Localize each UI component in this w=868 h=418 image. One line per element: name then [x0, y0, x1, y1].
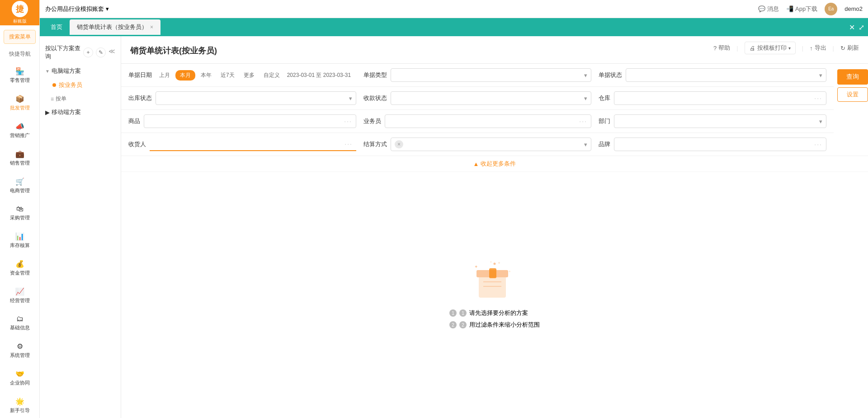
- tab-bar-actions: ✕ ⤢: [849, 23, 864, 32]
- goods-label: 商品: [128, 117, 140, 125]
- sidebar-item-basic-label: 基础信息: [10, 324, 30, 331]
- filter-out-status-item: 出库状态 ▾: [128, 91, 356, 105]
- inventory-icon: 📊: [15, 232, 24, 241]
- doc-type-select[interactable]: ▾: [391, 68, 591, 82]
- out-status-label: 出库状态: [128, 94, 152, 102]
- export-button[interactable]: ↑ 导出: [810, 44, 826, 52]
- tab-close-button[interactable]: ×: [150, 24, 153, 30]
- tab-sales-stat-label: 销货单统计表（按业务员）: [77, 23, 147, 31]
- sidebar-item-enterprise[interactable]: 🤝 企业协同: [0, 364, 39, 392]
- mobile-group-header[interactable]: ▶ 移动端方案: [45, 108, 115, 116]
- brand-select[interactable]: ···: [614, 138, 826, 151]
- mobile-group-arrow: ▶: [45, 109, 50, 116]
- date-tab-more[interactable]: 更多: [240, 70, 258, 81]
- collapse-panel-button[interactable]: ≪: [108, 48, 115, 57]
- date-tab-7days[interactable]: 近7天: [217, 70, 238, 81]
- staff-select[interactable]: ···: [385, 114, 591, 128]
- date-tabs: 上月 本月 本年 近7天 更多 自定义: [156, 70, 283, 81]
- maximize-icon[interactable]: ⤢: [859, 23, 864, 32]
- sidebar-item-inventory-label: 库存核算: [10, 242, 30, 249]
- empty-illustration: ✦ ✦: [472, 259, 517, 300]
- sidebar-item-purchase-label: 采购管理: [10, 214, 30, 221]
- sidebar-item-retail-label: 零售管理: [10, 77, 30, 84]
- topbar-title-dropdown[interactable]: 办公用品行业模拟账套 ▾: [45, 5, 109, 13]
- sidebar-item-ecommerce[interactable]: 🛒 电商管理: [0, 172, 39, 200]
- tree-sub-by-order-header[interactable]: ≡ 按单: [40, 92, 121, 105]
- message-button[interactable]: 💬 消息: [758, 5, 779, 13]
- consignee-input[interactable]: ···: [150, 138, 356, 151]
- left-panel: 按以下方案查询 + ✎ ≪ ▼ 电脑端方案 按业务员 ≡ 按单: [40, 36, 121, 418]
- sidebar-item-marketing[interactable]: 📣 营销推广: [0, 117, 39, 144]
- date-tab-custom[interactable]: 自定义: [260, 70, 283, 81]
- sidebar-item-system-label: 系统管理: [10, 352, 30, 359]
- sidebar-item-sales[interactable]: 💼 销售管理: [0, 144, 39, 172]
- filter-buttons: 查询 设置: [834, 64, 868, 156]
- quick-nav-button[interactable]: 快捷导航: [0, 47, 39, 62]
- close-tab-icon[interactable]: ✕: [849, 23, 855, 32]
- user-avatar: Ea: [825, 3, 837, 15]
- by-order-icon: ≡: [51, 96, 54, 102]
- query-button[interactable]: 查询: [837, 69, 868, 85]
- message-label: 消息: [767, 5, 779, 13]
- sidebar-item-system[interactable]: ⚙ 系统管理: [0, 337, 39, 364]
- collapse-more-button[interactable]: ▲ 收起更多条件: [121, 156, 868, 171]
- date-tab-last-month[interactable]: 上月: [156, 70, 174, 81]
- sidebar-item-basic[interactable]: 🗂 基础信息: [0, 309, 39, 337]
- topbar-title-text: 办公用品行业模拟账套: [45, 5, 104, 13]
- date-tab-this-month[interactable]: 本月: [175, 70, 195, 81]
- sidebar-item-finance[interactable]: 💰 资金管理: [0, 254, 39, 282]
- app-download-button[interactable]: 📲 App下载: [786, 5, 817, 13]
- tree-item-by-staff[interactable]: 按业务员: [40, 78, 121, 92]
- consignee-dots-icon: ···: [344, 140, 353, 147]
- page-actions: ? 帮助 | 🖨 按模板打印 ▾ | ↑ 导出 |: [713, 42, 859, 60]
- sidebar-item-purchase[interactable]: 🛍 采购管理: [0, 200, 39, 227]
- dept-select[interactable]: ▾: [614, 114, 826, 128]
- sidebar-item-operation[interactable]: 📈 经营管理: [0, 282, 39, 309]
- tab-sales-stat[interactable]: 销货单统计表（按业务员） ×: [70, 19, 160, 35]
- refresh-button[interactable]: ↻ 刷新: [840, 44, 859, 52]
- sidebar-item-wholesale[interactable]: 📦 批发管理: [0, 89, 39, 117]
- add-scheme-button[interactable]: +: [83, 48, 93, 57]
- sidebar-item-newbie[interactable]: 🌟 新手引导: [0, 392, 39, 418]
- app-logo[interactable]: 捷 标账版: [0, 0, 39, 25]
- hint1-number: 1: [459, 309, 467, 317]
- pc-group-header[interactable]: ▼ 电脑端方案: [40, 64, 121, 78]
- goods-select[interactable]: ···: [144, 114, 356, 128]
- sidebar-item-ecommerce-label: 电商管理: [10, 187, 30, 194]
- filter-goods-item: 商品 ···: [128, 114, 356, 128]
- svg-text:✦: ✦: [508, 270, 511, 274]
- main-area: 办公用品行业模拟账套 ▾ 💬 消息 📲 App下载 Ea demo2 首页 销货…: [40, 0, 868, 418]
- purchase-icon: 🛍: [16, 205, 24, 213]
- page-title: 销货单统计表(按业务员): [130, 45, 217, 56]
- settlement-select[interactable]: × ▾: [391, 138, 591, 151]
- refresh-label: 刷新: [847, 44, 859, 52]
- search-menu-button[interactable]: 搜索菜单: [4, 30, 36, 44]
- doc-status-select[interactable]: ▾: [626, 68, 826, 82]
- finance-icon: 💰: [15, 260, 24, 268]
- edit-scheme-button[interactable]: ✎: [96, 48, 106, 57]
- warehouse-dots-icon: ···: [814, 95, 822, 102]
- sidebar-item-marketing-label: 营销推广: [10, 132, 30, 139]
- sales-icon: 💼: [15, 150, 24, 158]
- doc-status-chevron: ▾: [819, 72, 822, 79]
- refresh-icon: ↻: [840, 45, 845, 52]
- print-button[interactable]: 🖨 按模板打印 ▾: [745, 42, 796, 54]
- help-button[interactable]: ? 帮助: [713, 44, 730, 52]
- date-tab-this-year[interactable]: 本年: [197, 70, 215, 81]
- warehouse-select[interactable]: ···: [614, 91, 826, 105]
- sidebar-item-inventory[interactable]: 📊 库存核算: [0, 227, 39, 254]
- out-status-select[interactable]: ▾: [156, 91, 356, 105]
- topbar: 办公用品行业模拟账套 ▾ 💬 消息 📲 App下载 Ea demo2: [40, 0, 868, 18]
- sidebar: 捷 标账版 搜索菜单 快捷导航 🏪 零售管理 📦 批发管理 📣 营销推广 💼 销…: [0, 0, 40, 418]
- message-icon: 💬: [758, 5, 765, 12]
- settlement-clear-icon[interactable]: ×: [397, 141, 401, 147]
- user-name-button[interactable]: demo2: [844, 5, 863, 12]
- doc-status-label: 单据状态: [599, 71, 622, 79]
- sidebar-item-retail[interactable]: 🏪 零售管理: [0, 62, 39, 89]
- receipt-status-select[interactable]: ▾: [391, 91, 591, 105]
- filter-row-4: 收货人 ··· 结算方式 ×: [121, 133, 834, 156]
- brand-dots-icon: ···: [814, 141, 822, 148]
- tab-home[interactable]: 首页: [43, 19, 70, 35]
- filter-row-1-wrapper: 单据日期 上月 本月 本年 近7天 更多 自定义 2023-03-01 至 20…: [121, 64, 868, 156]
- setting-button[interactable]: 设置: [837, 87, 868, 102]
